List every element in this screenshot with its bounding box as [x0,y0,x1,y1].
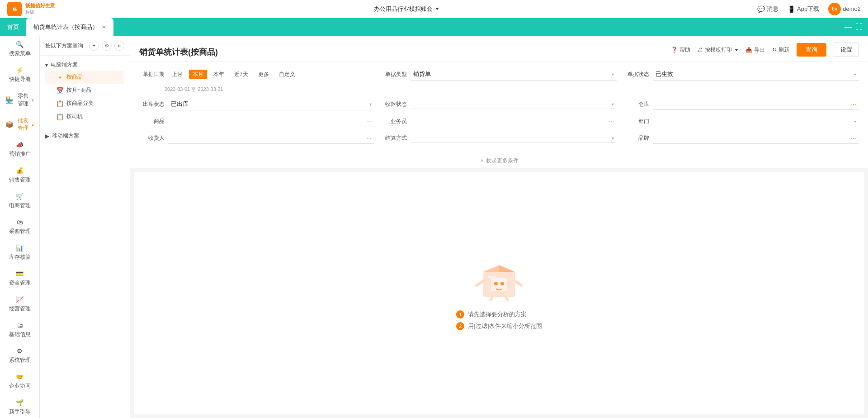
app-download-btn[interactable]: 📱 App下载 [788,5,819,13]
filter-field-payment-status: 收款状态 ▾ [382,100,617,109]
export-btn[interactable]: 📤 导出 [745,46,765,54]
tab-maximize-icon[interactable]: ⛶ [855,23,863,31]
collapse-conditions-bar[interactable]: ∧ 收起更多条件 [139,153,859,168]
svg-line-10 [515,281,522,285]
sidebar-item-finance[interactable]: 💳 资金管理 [0,266,39,291]
add-scheme-btn[interactable]: + [89,41,99,51]
tab-close-report[interactable]: ✕ [102,24,106,30]
sidebar-item-sales[interactable]: 💰 销售管理 [0,162,39,188]
outbound-status-select[interactable]: 已出库 ▾ [168,98,374,110]
settings-button[interactable]: 设置 [834,43,859,57]
filter-field-doc-status: 单据状态 已生效 ▾ [624,68,859,81]
sidebar-item-marketing[interactable]: 📣 营销推广 [0,137,39,162]
sidebar-item-operation[interactable]: 📈 经营管理 [0,291,39,317]
date-tab-this-month[interactable]: 本月 [189,70,207,79]
sidebar-item-wholesale[interactable]: 📦 批发管理 ▴ [0,112,39,137]
filter-label-date: 单据日期 [139,71,165,78]
sidebar-item-enterprise[interactable]: 🤝 企业协同 [0,369,39,394]
sidebar-item-system[interactable]: ⚙ 系统管理 [0,343,39,369]
sidebar-item-ecommerce[interactable]: 🛒 电商管理 [0,188,39,214]
workspace-dropdown-arrow [435,8,439,10]
payment-status-select[interactable]: ▾ [410,100,617,109]
scheme-item-by-category[interactable]: 📋 按商品分类 [45,97,124,110]
goods-dots[interactable]: ··· [366,118,372,125]
scheme-group-expand-icon: ▾ [45,62,48,68]
left-panel-header: 按以下方案查询 + ⚙ « [40,36,130,56]
query-button[interactable]: 查询 [797,43,826,57]
salesperson-dots[interactable]: ··· [609,118,614,125]
filter-label-outbound: 出库状态 [139,100,165,108]
settlement-select[interactable]: ▾ [410,134,617,143]
logo-area: 畅 畅捷信好生意 标版 [7,2,55,16]
date-tab-7days[interactable]: 近7天 [231,70,252,79]
tab-bar-actions: — ⛶ [844,23,868,31]
left-panel-actions: + ⚙ « [89,41,124,51]
warehouse-field[interactable]: ··· [653,99,859,110]
help-btn[interactable]: ❓ 帮助 [671,46,690,54]
tab-home[interactable]: 首页 [0,18,26,36]
message-btn[interactable]: 💬 消息 [757,5,778,13]
department-select[interactable]: ▾ [653,117,859,126]
tab-report[interactable]: 销货单统计表（按商品） ✕ [26,18,113,36]
page-title-bar: 销货单统计表(按商品) ❓ 帮助 🖨 按模板打印 📤 导出 [130,36,868,62]
filter-label-doc-type: 单据类型 [382,71,407,78]
date-tab-last-month[interactable]: 上月 [168,70,186,79]
scheme-item-by-month-goods[interactable]: 📅 按月+商品 [45,84,124,97]
salesperson-field[interactable]: ··· [410,116,617,127]
sidebar-item-newbie[interactable]: 🌱 新手引导 [0,394,39,418]
filter-label-salesperson: 业务员 [382,118,407,125]
filter-field-salesperson: 业务员 ··· [382,116,617,127]
scheme-item-by-custodian[interactable]: 📋 按司机 [45,110,124,123]
right-panel: 销货单统计表(按商品) ❓ 帮助 🖨 按模板打印 📤 导出 [130,36,868,418]
user-profile[interactable]: Ea demo2 [828,3,861,15]
header-right: 💬 消息 📱 App下载 Ea demo2 [757,3,861,15]
payment-status-chevron: ▾ [612,102,614,107]
left-panel: 按以下方案查询 + ⚙ « ▾ 电脑端方案 [40,36,130,418]
filter-inner: 单据日期 上月 本月 本年 近7天 更多 自定义 单据类型 [139,68,859,153]
tip-num-2: 2 [456,322,464,330]
filter-row-1: 单据日期 上月 本月 本年 近7天 更多 自定义 单据类型 [139,68,859,81]
filter-label-payment: 收款状态 [382,100,407,108]
brand-dots[interactable]: ··· [851,134,856,142]
tip-num-1: 1 [456,310,464,318]
empty-state: 1 请先选择要分析的方案 2 用[过滤]条件来缩小分析范围 [134,172,864,414]
filter-label-settlement: 结算方式 [382,134,407,142]
svg-text:畅: 畅 [13,7,17,12]
goods-field[interactable]: ··· [168,116,374,127]
expand-icon-retail: ▾ [32,98,34,103]
template-print-btn[interactable]: 🖨 按模板打印 [698,46,738,54]
warehouse-dots[interactable]: ··· [851,100,856,108]
date-tab-custom[interactable]: 自定义 [275,70,299,79]
svg-rect-5 [488,276,497,278]
scheme-group-mobile-title[interactable]: ▶ 移动端方案 [45,130,124,142]
sidebar-item-retail[interactable]: 🏪 零售管理 ▾ [0,88,39,112]
settings-scheme-btn[interactable]: ⚙ [102,41,112,51]
sidebar-search[interactable]: 🔍 搜索菜单 [0,36,39,62]
empty-illustration [472,256,526,301]
department-chevron: ▾ [854,119,856,124]
sidebar-item-basic[interactable]: 🗂 基础信息 [0,317,39,343]
filter-label-doc-status: 单据状态 [624,71,649,78]
filter-field-doc-type: 单据类型 销货单 ▾ [382,68,617,81]
scheme-group-pc-title[interactable]: ▾ 电脑端方案 [45,59,124,71]
export-icon: 📤 [745,47,752,53]
doc-type-select[interactable]: 销货单 ▾ [410,68,617,81]
doc-status-select[interactable]: 已生效 ▾ [653,68,859,81]
help-icon: ❓ [671,47,678,53]
receiver-dots[interactable]: ··· [366,134,372,142]
date-tab-more[interactable]: 更多 [255,70,273,79]
scheme-item-by-goods[interactable]: 🔸 按商品 [45,71,124,84]
sidebar-item-purchase[interactable]: 🛍 采购管理 [0,214,39,240]
receiver-field[interactable]: ··· [168,133,374,144]
content-area: 按以下方案查询 + ⚙ « ▾ 电脑端方案 [40,36,868,418]
date-range-display: 2023-03-01 至 2023-03-31 [165,86,859,93]
brand-field[interactable]: ··· [653,133,859,144]
sidebar-item-inventory[interactable]: 📊 库存核算 [0,240,39,266]
sidebar-quicknav[interactable]: ⚡ 快捷导航 [0,62,39,88]
filter-field-date: 单据日期 上月 本月 本年 近7天 更多 自定义 [139,70,374,79]
date-tab-this-year[interactable]: 本年 [210,70,228,79]
collapse-panel-btn[interactable]: « [114,41,124,51]
workspace-selector[interactable]: 办公用品行业模拟账套 [374,5,439,13]
tab-minimize-icon[interactable]: — [844,23,852,31]
refresh-btn[interactable]: ↻ 刷新 [772,46,789,54]
